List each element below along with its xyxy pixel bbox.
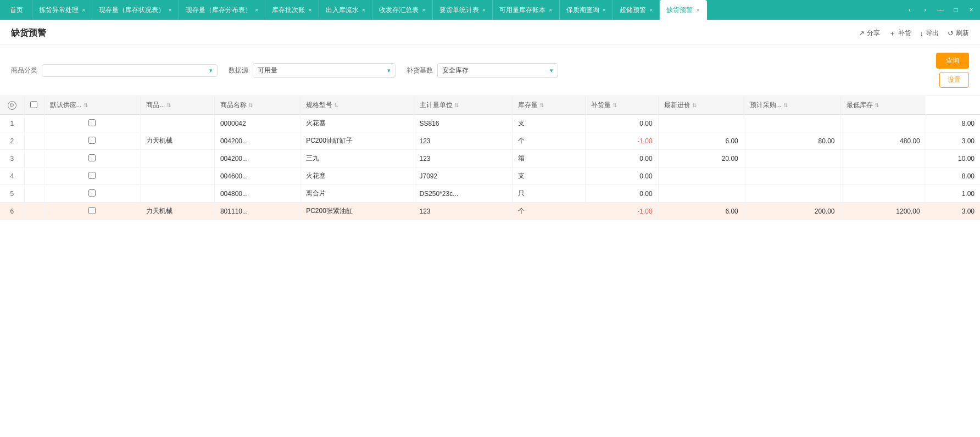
td-default-supplier (141, 115, 215, 132)
th-replenish-qty-label: 补货量 (591, 100, 611, 110)
tab-defect-process[interactable]: 拣货异常处理× (32, 0, 92, 20)
td-latest-price (744, 115, 840, 132)
td-stock-qty: 0.00 (585, 150, 658, 167)
tab-receive-summary[interactable]: 收发存汇总表× (372, 0, 432, 20)
tab-inout-flow[interactable]: 出入库流水× (319, 0, 372, 20)
replenish-button[interactable]: ＋ 补货 (889, 29, 911, 38)
th-product-name-sort-icon: ⇅ (248, 102, 253, 108)
th-unit-sort-icon: ⇅ (454, 102, 459, 108)
tab-label: 收发存汇总表 (379, 5, 419, 15)
setting-button[interactable]: 设置 (939, 72, 969, 88)
filter-replenish-base-select[interactable]: 安全库存 ▾ (437, 63, 558, 78)
td-row-settings (24, 132, 44, 150)
td-product-code: 004600... (214, 167, 300, 185)
query-button[interactable]: 查询 (936, 53, 969, 69)
td-unit: 支 (513, 115, 586, 132)
row-checkbox[interactable] (88, 207, 96, 214)
maximize-icon: □ (954, 6, 957, 14)
tab-expire-query[interactable]: 保质期查询× (560, 0, 613, 20)
row-checkbox[interactable] (88, 189, 96, 197)
row-checkbox[interactable] (88, 154, 96, 161)
tab-close-btn[interactable]: × (696, 7, 699, 13)
tab-label: 超储预警 (620, 5, 646, 15)
th-min-stock[interactable]: 最低库存 ⇅ (840, 96, 926, 115)
th-est-purchase[interactable]: 预计采购... ⇅ (744, 96, 840, 115)
td-checkbox[interactable] (44, 150, 141, 167)
filter-replenish-base-group: 补货基数 安全库存 ▾ (407, 63, 558, 78)
th-spec[interactable]: 规格型号 ⇅ (300, 96, 414, 115)
tab-close-btn[interactable]: × (549, 7, 552, 13)
td-row-settings (24, 167, 44, 185)
tab-next-btn[interactable]: › (917, 0, 933, 20)
th-product-code[interactable]: 商品... ⇅ (141, 96, 215, 115)
td-unit: 支 (513, 167, 586, 185)
tab-close-btn[interactable]: × (255, 7, 258, 13)
export-button[interactable]: ↓ 导出 (920, 29, 939, 38)
tab-close-btn[interactable]: × (82, 7, 85, 13)
td-est-purchase (840, 185, 926, 203)
tab-inventory-dist[interactable]: 现存量（库存分布表）× (179, 0, 265, 20)
tab-prev-btn[interactable]: ‹ (902, 0, 917, 20)
td-checkbox[interactable] (44, 115, 141, 132)
tab-label: 现存量（库存分布表） (186, 5, 252, 15)
refresh-label: 刷新 (956, 29, 969, 38)
td-product-name: PC200张紧油缸 (300, 203, 414, 220)
row-checkbox[interactable] (88, 119, 96, 126)
td-latest-price (744, 167, 840, 185)
td-checkbox[interactable] (44, 167, 141, 185)
tab-close-btn[interactable]: × (649, 7, 653, 13)
tab-home-label: 首页 (10, 5, 23, 15)
tab-batch-account[interactable]: 库存批次账× (265, 0, 319, 20)
close-window-btn[interactable]: × (964, 0, 979, 20)
tab-overstock-warning[interactable]: 超储预警× (613, 0, 660, 20)
tab-close-btn[interactable]: × (482, 7, 486, 13)
th-stock-qty[interactable]: 库存量 ⇅ (513, 96, 586, 115)
td-checkbox[interactable] (44, 203, 141, 220)
maximize-btn[interactable]: □ (948, 0, 964, 20)
row-checkbox[interactable] (88, 172, 96, 179)
td-checkbox[interactable] (44, 185, 141, 203)
filter-category-select[interactable]: ▾ (42, 64, 218, 77)
td-row-num: 5 (0, 185, 24, 203)
tab-requisition-stat[interactable]: 要货单统计表× (433, 0, 493, 20)
table-row: 3 004200... 三九 123 箱 0.00 20.00 10.00 (0, 150, 980, 167)
td-replenish-qty (658, 185, 744, 203)
th-latest-price[interactable]: 最新进价 ⇅ (658, 96, 744, 115)
td-spec: SS816 (414, 115, 513, 132)
table-row: 6 力天机械 801110... PC200张紧油缸 123 个 -1.00 6… (0, 203, 980, 220)
td-product-name: 火花塞 (300, 115, 414, 132)
th-unit[interactable]: 主计量单位 ⇅ (414, 96, 513, 115)
td-stock-qty: -1.00 (585, 203, 658, 220)
gear-icon[interactable]: ⚙ (8, 101, 16, 110)
td-checkbox[interactable] (44, 132, 141, 150)
td-replenish-qty: 6.00 (658, 203, 744, 220)
tab-close-btn[interactable]: × (603, 7, 606, 13)
tab-shortage-warning[interactable]: 缺货预警× (660, 0, 706, 20)
td-stock-qty: 0.00 (585, 115, 658, 132)
th-replenish-qty[interactable]: 补货量 ⇅ (585, 96, 658, 115)
td-est-purchase (840, 150, 926, 167)
tab-close-btn[interactable]: × (422, 7, 425, 13)
th-replenish-qty-sort-icon: ⇅ (612, 102, 617, 108)
share-button[interactable]: ↗ 分享 (859, 29, 880, 38)
th-default-supplier[interactable]: 默认供应... ⇅ (44, 96, 141, 115)
select-all-checkbox[interactable] (30, 101, 37, 108)
tab-home[interactable]: 首页 (1, 0, 32, 20)
td-min-stock: 3.00 (926, 203, 980, 220)
tab-close-btn[interactable]: × (308, 7, 311, 13)
tab-available-ledger[interactable]: 可用量库存账本× (493, 0, 559, 20)
td-unit: 箱 (513, 150, 586, 167)
tab-label: 拣货异常处理 (39, 5, 79, 15)
tab-close-btn[interactable]: × (168, 7, 171, 13)
minimize-btn[interactable]: — (933, 0, 948, 20)
refresh-button[interactable]: ↺ 刷新 (948, 29, 969, 38)
row-checkbox[interactable] (88, 137, 96, 144)
th-product-name[interactable]: 商品名称 ⇅ (214, 96, 300, 115)
tab-label: 库存批次账 (272, 5, 305, 15)
td-min-stock: 8.00 (926, 115, 980, 132)
tab-close-btn[interactable]: × (362, 7, 365, 13)
td-min-stock: 3.00 (926, 132, 980, 150)
filter-category-group: 商品分类 ▾ (11, 64, 218, 77)
tab-inventory-status[interactable]: 现存量（库存状况表）× (92, 0, 179, 20)
filter-datasource-select[interactable]: 可用量 ▾ (253, 63, 396, 78)
